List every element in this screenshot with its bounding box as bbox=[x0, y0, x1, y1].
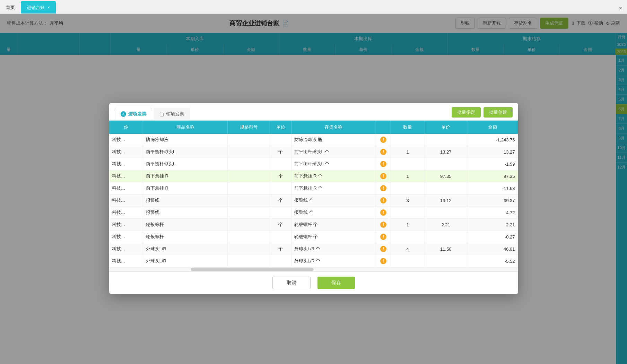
th-company: 你 bbox=[109, 121, 143, 134]
tab-ledger-label: 进销台账 bbox=[27, 5, 45, 11]
cell-product-name: 报警线 bbox=[143, 194, 227, 207]
table-row[interactable]: 科技… 前平衡杆球头L 前平衡杆球头L 个 ! -1.59 bbox=[109, 158, 518, 170]
cell-unit: 个 bbox=[270, 194, 291, 207]
cell-unit bbox=[270, 134, 291, 146]
cell-price bbox=[425, 158, 467, 170]
cell-inventory-name: 外球头L/R 个 bbox=[291, 243, 376, 255]
th-qty: 数量 bbox=[391, 121, 425, 134]
cell-company: 科技… bbox=[109, 182, 143, 194]
tab-inbound-invoice[interactable]: ✓ 进项发票 bbox=[115, 108, 152, 120]
cell-amount: -11.68 bbox=[467, 182, 518, 194]
cell-company: 科技… bbox=[109, 231, 143, 243]
cell-warning: ! bbox=[376, 231, 391, 243]
cell-qty bbox=[391, 231, 425, 243]
save-button[interactable]: 保存 bbox=[317, 277, 355, 289]
cell-unit bbox=[270, 207, 291, 219]
batch-create-button[interactable]: 批量创建 bbox=[484, 107, 513, 118]
table-row[interactable]: 科技… 防冻冷却液 防冻冷却液 瓶 ! -1,243.76 bbox=[109, 134, 518, 146]
th-spec: 规格型号 bbox=[228, 121, 270, 134]
cell-price bbox=[425, 231, 467, 243]
cell-product-name: 前平衡杆球头L bbox=[143, 146, 227, 158]
cell-amount: 46.01 bbox=[467, 243, 518, 255]
cell-warning: ! bbox=[376, 182, 391, 194]
tab-ledger[interactable]: 进销台账 × bbox=[21, 1, 56, 14]
invoice-in-icon: ✓ bbox=[121, 111, 126, 117]
warning-icon: ! bbox=[380, 173, 386, 179]
tab-outbound-invoice[interactable]: ▢ 销项发票 bbox=[154, 108, 190, 120]
cell-unit bbox=[270, 182, 291, 194]
cell-warning: ! bbox=[376, 146, 391, 158]
cell-inventory-name: 报警线 个 bbox=[291, 194, 376, 207]
warning-icon: ! bbox=[380, 185, 386, 191]
cell-product-name: 报警线 bbox=[143, 207, 227, 219]
cell-spec bbox=[228, 146, 270, 158]
warning-icon: ! bbox=[380, 234, 386, 240]
tab-outbound-label: 销项发票 bbox=[166, 111, 184, 117]
modal-header-actions: 批量指定 批量创建 bbox=[452, 107, 513, 120]
batch-assign-button[interactable]: 批量指定 bbox=[452, 107, 481, 118]
table-row[interactable]: 科技… 外球头L/R 个 外球头L/R 个 ! 4 11.50 46.01 bbox=[109, 243, 518, 255]
th-warning bbox=[376, 121, 391, 134]
cell-unit bbox=[270, 255, 291, 267]
cell-warning: ! bbox=[376, 134, 391, 146]
cell-amount: -1.59 bbox=[467, 158, 518, 170]
cell-price: 13.12 bbox=[425, 194, 467, 207]
warning-icon: ! bbox=[380, 258, 386, 264]
cell-inventory-name: 前下悬挂 R 个 bbox=[291, 170, 376, 182]
cell-warning: ! bbox=[376, 219, 391, 231]
table-row[interactable]: 科技… 报警线 个 报警线 个 ! 3 13.12 39.37 bbox=[109, 194, 518, 207]
cell-spec bbox=[228, 194, 270, 207]
invoice-out-icon: ▢ bbox=[159, 111, 164, 117]
cell-price bbox=[425, 255, 467, 267]
tab-home-label: 首页 bbox=[6, 5, 15, 11]
th-unit: 单位 bbox=[270, 121, 291, 134]
warning-icon: ! bbox=[380, 161, 386, 167]
cell-inventory-name: 报警线 个 bbox=[291, 207, 376, 219]
cell-product-name: 轮毂螺杆 bbox=[143, 219, 227, 231]
modal-close-button[interactable]: × bbox=[510, 107, 513, 114]
warning-icon: ! bbox=[380, 149, 386, 155]
cell-price bbox=[425, 207, 467, 219]
tab-inbound-label: 进项发票 bbox=[128, 111, 146, 117]
modal-header: ✓ 进项发票 ▢ 销项发票 批量指定 批量创建 × bbox=[109, 103, 518, 121]
window-close-button[interactable]: × bbox=[614, 3, 627, 14]
cell-price: 2.21 bbox=[425, 219, 467, 231]
cell-product-name: 外球头L/R bbox=[143, 255, 227, 267]
cell-amount: -5.52 bbox=[467, 255, 518, 267]
cell-inventory-name: 前下悬挂 R 个 bbox=[291, 182, 376, 194]
table-row[interactable]: 科技… 轮毂螺杆 轮毂螺杆 个 ! -0.27 bbox=[109, 231, 518, 243]
tab-home[interactable]: 首页 bbox=[0, 1, 21, 14]
cancel-button[interactable]: 取消 bbox=[272, 277, 311, 289]
table-row[interactable]: 科技… 前平衡杆球头L 个 前平衡杆球头L 个 ! 1 13.27 13.27 bbox=[109, 146, 518, 158]
cell-spec bbox=[228, 231, 270, 243]
cell-unit bbox=[270, 158, 291, 170]
cell-warning: ! bbox=[376, 255, 391, 267]
table-row[interactable]: 科技… 前下悬挂 R 个 前下悬挂 R 个 ! 1 97.35 97.35 bbox=[109, 170, 518, 182]
cell-spec bbox=[228, 243, 270, 255]
tab-bar: 首页 进销台账 × × bbox=[0, 0, 627, 14]
modal-horizontal-scrollbar[interactable] bbox=[109, 267, 518, 271]
cell-company: 科技… bbox=[109, 207, 143, 219]
cell-company: 科技… bbox=[109, 243, 143, 255]
cell-spec bbox=[228, 255, 270, 267]
cell-warning: ! bbox=[376, 207, 391, 219]
warning-icon: ! bbox=[380, 209, 386, 216]
cell-spec bbox=[228, 219, 270, 231]
scrollbar-thumb bbox=[191, 268, 314, 271]
cell-spec bbox=[228, 158, 270, 170]
cell-product-name: 前平衡杆球头L bbox=[143, 158, 227, 170]
cell-inventory-name: 轮毂螺杆 个 bbox=[291, 231, 376, 243]
cell-price bbox=[425, 134, 467, 146]
cell-qty: 1 bbox=[391, 219, 425, 231]
th-price: 单价 bbox=[425, 121, 467, 134]
cell-company: 科技… bbox=[109, 219, 143, 231]
tab-ledger-close[interactable]: × bbox=[47, 5, 50, 10]
table-row[interactable]: 科技… 前下悬挂 R 前下悬挂 R 个 ! -11.68 bbox=[109, 182, 518, 194]
table-row[interactable]: 科技… 报警线 报警线 个 ! -4.72 bbox=[109, 207, 518, 219]
main-content: 销售成本计算方法： 月平均 商贸企业进销台账 📄 对账 重新开账 存货别名 生成… bbox=[0, 14, 627, 364]
cell-amount: 13.27 bbox=[467, 146, 518, 158]
cell-warning: ! bbox=[376, 243, 391, 255]
warning-icon: ! bbox=[380, 137, 386, 143]
table-row[interactable]: 科技… 轮毂螺杆 个 轮毂螺杆 个 ! 1 2.21 2.21 bbox=[109, 219, 518, 231]
table-row[interactable]: 科技… 外球头L/R 外球头L/R 个 ! -5.52 bbox=[109, 255, 518, 267]
